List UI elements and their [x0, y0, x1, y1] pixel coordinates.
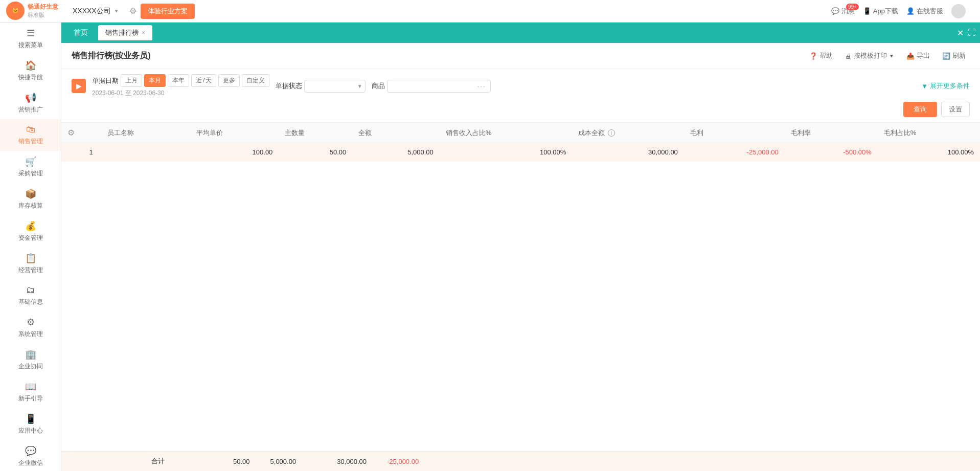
- app-download-label: App下载: [873, 7, 898, 16]
- app-download-button[interactable]: 📱 App下载: [863, 7, 898, 16]
- settings-icon[interactable]: ⚙: [129, 6, 136, 16]
- sidebar-icon-sales: 🛍: [26, 124, 35, 135]
- setting-button[interactable]: 设置: [941, 102, 970, 117]
- notification-badge: 99+: [846, 4, 859, 10]
- sidebar-item-search[interactable]: ☰ 搜索菜单: [0, 23, 61, 55]
- sidebar-icon-marketing: 📢: [25, 92, 36, 103]
- sidebar-icon-finance: 💰: [25, 220, 36, 232]
- help-label: 帮助: [819, 51, 833, 60]
- tab-home[interactable]: 首页: [65, 24, 96, 41]
- sidebar-label-system: 系统管理: [18, 330, 43, 339]
- col-rank: [81, 123, 101, 143]
- expand-more-button[interactable]: ▼ 展开更多条件: [921, 81, 970, 91]
- top-header: 🐱 畅通好生意 标准版 XXXXX公司 ▼ ⚙ 体验行业方案 💬 消息 99+ …: [0, 0, 980, 23]
- sidebar-item-finance[interactable]: 💰 资金管理: [0, 215, 61, 248]
- sidebar-item-basic[interactable]: 🗂 基础信息: [0, 280, 61, 311]
- filter-bar: ▶ 单据日期 上月 本月 本年 近7天 更多 自定义 2023-06-01 至 …: [61, 69, 980, 123]
- print-label: 按模板打印: [854, 51, 887, 60]
- col-quantity: 主数量: [279, 123, 352, 143]
- sidebar-item-shortcut[interactable]: 🏠 快捷导航: [0, 55, 61, 87]
- logo-icon: 🐱: [6, 2, 25, 20]
- cell-name-0: [101, 143, 190, 162]
- company-selector[interactable]: XXXXX公司 ▼: [69, 5, 123, 18]
- sidebar-label-shortcut: 快捷导航: [18, 73, 43, 82]
- expand-label: 展开更多条件: [930, 81, 970, 91]
- col-cost: 成本全额 i: [572, 123, 684, 143]
- cell-sales-ratio-0: 100.00%: [440, 143, 573, 162]
- table-settings-icon[interactable]: ⚙: [67, 128, 75, 137]
- print-icon: 🖨: [845, 52, 852, 60]
- col-gross-rate: 毛利率: [785, 123, 878, 143]
- tab-maximize-icon[interactable]: ⛶: [968, 28, 976, 38]
- sidebar-item-marketing[interactable]: 📢 营销推广: [0, 87, 61, 119]
- sidebar-item-appstore[interactable]: 📱 应用中心: [0, 408, 61, 440]
- notification-button[interactable]: 💬 消息 99+: [831, 7, 855, 16]
- date-btn-more[interactable]: 更多: [218, 74, 240, 87]
- goods-input-wrapper: ···: [387, 80, 491, 93]
- table-header-row: ⚙ 员工名称 平均单价 主数量 全额 销售收入占比% 成本全额 i 毛利: [61, 123, 980, 143]
- export-button[interactable]: 📤 导出: [902, 49, 934, 62]
- cell-gross-ratio-0: 100.00%: [878, 143, 980, 162]
- top-right-area: 💬 消息 99+ 📱 App下载 👤 在线客服: [831, 4, 974, 18]
- page-title: 销售排行榜(按业务员): [72, 51, 151, 61]
- online-service-button[interactable]: 👤 在线客服: [906, 7, 943, 16]
- table-row: 1 100.00 50.00 5,000.00 100.00% 30,000.0…: [61, 143, 980, 162]
- date-btn-custom[interactable]: 自定义: [242, 74, 269, 87]
- sidebar-label-marketing: 营销推广: [18, 105, 43, 114]
- date-btn-current-year[interactable]: 本年: [168, 74, 189, 87]
- help-button[interactable]: ❓ 帮助: [805, 49, 837, 62]
- goods-more-icon[interactable]: ···: [477, 82, 486, 90]
- refresh-label: 刷新: [952, 51, 966, 60]
- sidebar-item-inventory[interactable]: 📦 库存核算: [0, 183, 61, 215]
- sidebar-item-wechat[interactable]: 💬 企业微信: [0, 440, 61, 471]
- tab-label: 销售排行榜: [105, 28, 139, 37]
- sidebar-label-search: 搜索菜单: [18, 41, 43, 50]
- cell-avg-price-0: 100.00: [190, 143, 279, 162]
- status-label: 单据状态: [276, 81, 302, 91]
- date-filter-group: 单据日期 上月 本月 本年 近7天 更多 自定义 2023-06-01 至 20…: [92, 74, 269, 98]
- download-icon: 📱: [863, 7, 871, 15]
- sidebar-icon-guide: 📖: [25, 381, 36, 392]
- app-title: 畅通好生意: [28, 3, 58, 11]
- refresh-button[interactable]: 🔄 刷新: [938, 49, 970, 62]
- sidebar-label-purchase: 采购管理: [18, 169, 43, 178]
- cell-gross-0: -25,000.00: [684, 143, 785, 162]
- trial-button[interactable]: 体验行业方案: [141, 4, 195, 19]
- table-container: ⚙ 员工名称 平均单价 主数量 全额 销售收入占比% 成本全额 i 毛利: [61, 123, 980, 451]
- sidebar-icon-operations: 📋: [25, 253, 36, 264]
- sidebar-icon-inventory: 📦: [25, 188, 36, 199]
- col-amount: 全额: [352, 123, 440, 143]
- sidebar-item-sales[interactable]: 🛍 销售管理: [0, 119, 61, 151]
- sidebar-item-guide[interactable]: 📖 新手引导: [0, 376, 61, 408]
- sidebar-item-system[interactable]: ⚙ 系统管理: [0, 311, 61, 344]
- cost-info-icon[interactable]: i: [608, 129, 615, 137]
- sidebar: ☰ 搜索菜单 🏠 快捷导航 📢 营销推广 🛍 销售管理 🛒 采购管理 📦 库存核…: [0, 23, 61, 471]
- table-body: 1 100.00 50.00 5,000.00 100.00% 30,000.0…: [61, 143, 980, 162]
- filter-actions: 查询 设置: [72, 102, 970, 117]
- footer-quantity: 50.00: [233, 458, 250, 465]
- date-filter-row: 单据日期 上月 本月 本年 近7天 更多 自定义: [92, 74, 269, 87]
- tab-active[interactable]: 销售排行榜 ×: [98, 25, 152, 40]
- avatar[interactable]: [951, 4, 966, 18]
- sidebar-item-operations[interactable]: 📋 经营管理: [0, 248, 61, 280]
- footer-label: 合计: [151, 457, 192, 466]
- sidebar-label-finance: 资金管理: [18, 234, 43, 242]
- date-btn-current-month[interactable]: 本月: [144, 74, 166, 87]
- tab-minimize-icon[interactable]: ✕: [957, 28, 964, 38]
- query-button[interactable]: 查询: [903, 102, 937, 117]
- status-select[interactable]: [304, 80, 366, 93]
- message-icon: 💬: [831, 7, 839, 15]
- date-range-display: 2023-06-01 至 2023-06-30: [92, 89, 164, 98]
- sidebar-item-purchase[interactable]: 🛒 采购管理: [0, 151, 61, 183]
- sidebar-item-enterprise[interactable]: 🏢 企业协同: [0, 344, 61, 376]
- goods-input[interactable]: [392, 82, 477, 90]
- filter-expand-button[interactable]: ▶: [72, 79, 86, 93]
- date-btn-7days[interactable]: 近7天: [191, 74, 216, 87]
- page-actions: ❓ 帮助 🖨 按模板打印 ▼ 📤 导出 🔄 刷新: [805, 49, 970, 62]
- print-button[interactable]: 🖨 按模板打印 ▼: [841, 49, 898, 62]
- col-gross: 毛利: [684, 123, 785, 143]
- tab-close-icon[interactable]: ×: [142, 29, 145, 36]
- date-btn-prev-month[interactable]: 上月: [121, 74, 142, 87]
- sidebar-icon-purchase: 🛒: [25, 156, 36, 167]
- sidebar-icon-search: ☰: [27, 28, 35, 39]
